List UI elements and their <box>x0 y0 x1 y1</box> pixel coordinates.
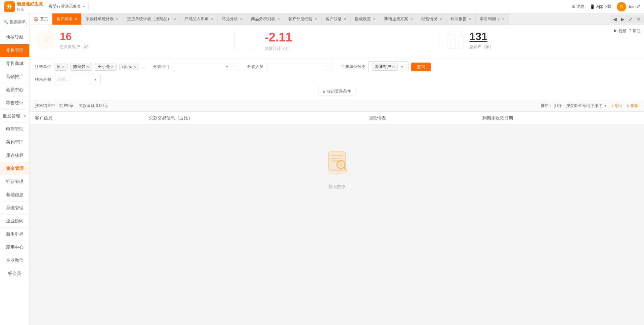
sidebar-item-app-center[interactable]: 应用中心 <box>0 241 29 254</box>
close-icon[interactable]: ✕ <box>344 17 346 21</box>
user-menu[interactable]: D demo2 <box>617 2 640 11</box>
close-icon[interactable]: ✕ <box>116 17 119 21</box>
close-icon[interactable]: ✕ <box>277 17 280 21</box>
sidebar-item-retail-mgmt[interactable]: 零售管理 <box>0 44 29 57</box>
main-layout: 🔍 搜索菜单 快捷导航 零售管理 零售商城 营销推广 会员中心 零售统计 批发管… <box>0 13 644 325</box>
close-icon[interactable]: ✕ <box>502 17 505 21</box>
search-label: 搜索菜单 <box>10 19 26 25</box>
message-button[interactable]: ✉ 消息 <box>572 4 585 9</box>
help-button[interactable]: ? 帮助 <box>629 28 641 34</box>
sidebar-item-label: 零售管理 <box>6 48 24 53</box>
sidebar-item-enterprise-collab[interactable]: 企业协同 <box>0 215 29 228</box>
results-debt-amount: 欠款金额 0.00元 <box>79 103 108 108</box>
unit-type-select[interactable]: 普通客户 ✕ ▼ <box>368 61 409 72</box>
tab-prev-button[interactable]: ◀ <box>611 15 619 23</box>
tab-inbound-stats[interactable]: 进货单统计表（按商品） ✕ <box>123 13 180 25</box>
tab-label: 采购订单统计表 <box>86 16 114 22</box>
sidebar-item-basic-info[interactable]: 基础信息 <box>0 188 29 202</box>
sidebar-item-inventory-check[interactable]: 库存核算 <box>0 149 29 162</box>
tag-remove-button[interactable]: ✕ <box>133 65 136 69</box>
close-icon[interactable]: ✕ <box>211 17 213 21</box>
person-select[interactable]: ⋯ <box>266 63 333 71</box>
search-icon: 🔍 <box>3 20 8 25</box>
export-label: 导出 <box>614 103 622 109</box>
workspace-dropdown[interactable]: 母婴行业演示账套 ▼ <box>46 2 89 11</box>
tab-close-all-button[interactable]: ✕ <box>635 15 643 23</box>
video-button[interactable]: ▶ 视频 <box>613 28 627 34</box>
tab-expand-button[interactable]: ⤢ <box>627 15 635 23</box>
sidebar-item-marketing[interactable]: 营销推广 <box>0 70 29 83</box>
tab-retail-profit[interactable]: 零售利润（ ✕ <box>476 13 509 25</box>
sidebar-item-purchase-mgmt[interactable]: 采购管理 <box>0 136 29 149</box>
sidebar-item-retail-mall[interactable]: 零售商城 <box>0 57 29 70</box>
total-debt-label: 欠款合计（万） <box>265 46 433 51</box>
tab-new-achievement[interactable]: 新增提成方案 ✕ <box>380 13 417 25</box>
chevron-down-icon: ▼ <box>225 65 229 69</box>
close-icon[interactable]: ✕ <box>240 17 243 21</box>
sidebar-item-enterprise-wechat[interactable]: 企业微信 <box>0 254 29 267</box>
tab-product-inbound[interactable]: 产成品入库单 ✕ <box>180 13 218 25</box>
stat-helpers: ▶ 视频 ? 帮助 <box>613 28 641 34</box>
tab-customer-segment[interactable]: 客户分层经营 ✕ <box>284 13 321 25</box>
chevron-down-icon: ▼ <box>400 65 404 69</box>
tab-home[interactable]: 🏠 首页 <box>30 13 52 25</box>
tab-next-button[interactable]: ▶ <box>619 15 627 23</box>
tab-goods-analysis[interactable]: 商品分析 ✕ <box>218 13 247 25</box>
tab-reminder-settings[interactable]: 提成设置 ✕ <box>351 13 380 25</box>
sidebar-item-label: 新手引导 <box>6 231 24 237</box>
sidebar-item-wholesale-mgmt[interactable]: 批发管理 ▼ <box>0 110 29 123</box>
filter-tag-cjttcw: cjttcw ✕ <box>119 64 139 70</box>
topbar-left: 好 畅捷通好生意 标版 母婴行业演示账套 ▼ <box>4 1 89 12</box>
tab-label: 提成设置 <box>355 16 371 22</box>
sidebar-item-member-plus[interactable]: 畅会员 <box>0 267 29 280</box>
sidebar-item-operations-mgmt[interactable]: 经营管理 <box>0 175 29 188</box>
tag-remove-button[interactable]: ✕ <box>111 65 114 69</box>
sidebar-item-quick-nav[interactable]: 快捷导航 <box>0 31 29 44</box>
tab-customer-contact[interactable]: 客户联络 ✕ <box>321 13 351 25</box>
export-icon: ↑ <box>611 104 613 108</box>
close-icon[interactable]: ✕ <box>314 17 317 21</box>
tab-customer-book[interactable]: 客户账本 ✕ <box>52 13 82 25</box>
close-icon[interactable]: ✕ <box>373 17 376 21</box>
sidebar-item-label: 资金管理 <box>6 166 24 171</box>
sidebar-item-retail-stats[interactable]: 零售统计 <box>0 97 29 110</box>
collapse-button[interactable]: ∧ 收起更多条件 <box>318 87 355 96</box>
content-area: 🏠 首页 客户账本 ✕ 采购订单统计表 ✕ 进货单统计表（按商品） ✕ 产成品入… <box>30 13 644 325</box>
filter-more-button[interactable]: ... <box>142 65 145 69</box>
sidebar-item-ecommerce-mgmt[interactable]: 电商管理 <box>0 123 29 136</box>
tab-purchase-order[interactable]: 采购订单统计表 ✕ <box>82 13 123 25</box>
close-icon[interactable]: ✕ <box>173 17 176 21</box>
query-button[interactable]: 查询 <box>411 63 431 71</box>
sort-select[interactable]: 排序： 排序：按欠款金额倒序排序 ▼ <box>541 103 607 109</box>
phone-icon: 📱 <box>590 4 595 9</box>
empty-text: 暂无数据 <box>328 184 346 190</box>
tab-label: 首页 <box>40 16 48 22</box>
clear-icon[interactable]: ⋯ <box>231 65 235 69</box>
filter-tag-wang: 王小亮 ✕ <box>95 63 117 71</box>
close-icon[interactable]: ✕ <box>469 17 471 21</box>
export-button[interactable]: ↑ 导出 <box>611 103 622 109</box>
sidebar-item-capital-mgmt[interactable]: 资金管理 <box>0 162 29 175</box>
sidebar-item-member-center[interactable]: 会员中心 <box>0 83 29 97</box>
tag-remove-button[interactable]: ✕ <box>86 65 89 69</box>
balance-select[interactable]: 选择... ▼ <box>54 75 101 84</box>
tab-profit-report[interactable]: 利润报告 ✕ <box>446 13 476 25</box>
tab-business-status[interactable]: 经营情况 ✕ <box>417 13 446 25</box>
results-count: 搜索结果中：客户0家 <box>35 103 74 108</box>
tag-remove-button[interactable]: ✕ <box>392 65 395 69</box>
tab-label: 产成品入库单 <box>184 16 209 22</box>
clear-icon[interactable]: ⋯ <box>326 65 330 69</box>
tag-remove-button[interactable]: ✕ <box>62 65 65 69</box>
close-icon[interactable]: ✕ <box>439 17 442 21</box>
search-menu-button[interactable]: 🔍 搜索菜单 <box>3 17 27 27</box>
sidebar-item-system-mgmt[interactable]: 系统管理 <box>0 202 29 215</box>
unit-type-tag: 普通客户 ✕ <box>372 63 398 71</box>
tab-goods-analysis-list[interactable]: 商品分析列表 ✕ <box>247 13 284 25</box>
refresh-button[interactable]: ↻ 刷新 <box>626 103 639 109</box>
app-download-button[interactable]: 📱 App下载 <box>590 4 611 9</box>
close-icon[interactable]: ✕ <box>410 17 413 21</box>
topbar-right: ✉ 消息 📱 App下载 D demo2 <box>572 2 640 11</box>
close-icon[interactable]: ✕ <box>75 17 77 21</box>
sidebar-item-newcomer-guide[interactable]: 新手引导 <box>0 228 29 241</box>
dept-select[interactable]: ▼ ⋯ <box>172 63 239 71</box>
